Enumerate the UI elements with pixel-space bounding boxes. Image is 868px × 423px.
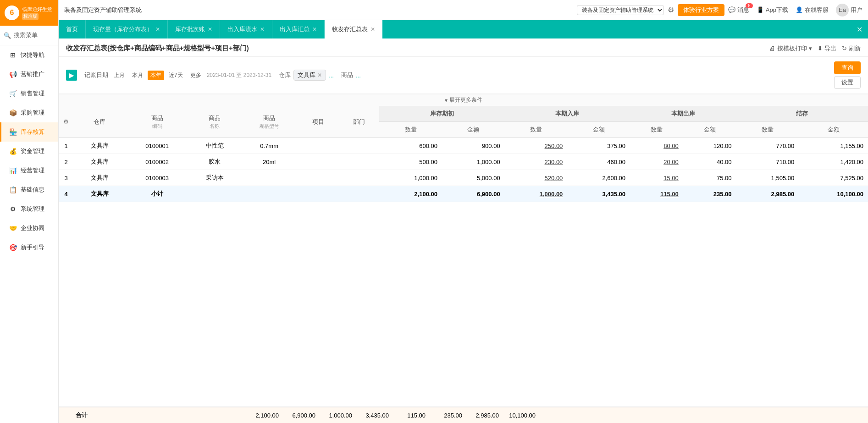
row-in-qty[interactable]: 250.00 xyxy=(505,138,568,154)
tab-bar-close-icon[interactable]: ✕ xyxy=(851,25,868,34)
row-in-amt: 375.00 xyxy=(567,138,630,154)
tab-in-out-summary[interactable]: 出入库汇总 ✕ xyxy=(272,20,325,38)
total-out-amt: 235.00 xyxy=(430,412,467,419)
date-this-year[interactable]: 本年 xyxy=(148,71,164,80)
row-in-qty[interactable]: 230.00 xyxy=(505,154,568,170)
row-code: 0100001 xyxy=(126,138,188,154)
subtotal-out-amt: 235.00 xyxy=(683,186,736,202)
export-label: 导出 xyxy=(824,44,836,53)
export-button[interactable]: ⬇ 导出 xyxy=(818,44,836,53)
sidebar-nav: ⊞ 快捷导航 📢 营销推广 🛒 销售管理 📦 采购管理 🏪 库存核算 💰 资金管… xyxy=(0,45,58,423)
tab-close-icon[interactable]: ✕ xyxy=(260,27,265,32)
row-out-amt: 75.00 xyxy=(683,170,736,186)
date-more[interactable]: 更多 xyxy=(188,71,204,80)
sidebar-item-label: 销售管理 xyxy=(21,89,44,98)
sidebar-item-purchase[interactable]: 📦 采购管理 xyxy=(0,103,58,122)
sidebar-item-guide[interactable]: 🎯 新手引导 xyxy=(0,238,58,257)
tab-close-icon[interactable]: ✕ xyxy=(312,27,317,32)
expand-more-conditions[interactable]: ▾ 展开更多条件 xyxy=(59,94,868,106)
user-button[interactable]: Ea 用户 xyxy=(836,4,862,16)
date-this-month[interactable]: 本月 xyxy=(129,71,146,80)
total-close-amt: 10,100.00 xyxy=(503,412,540,419)
data-table-wrapper: ⚙ 仓库 商品编码 商品名称 商品规格型号 项目 部门 库存期初 本期入库 本期… xyxy=(59,106,868,407)
tab-stock-dist[interactable]: 现存量（库存分布表） ✕ xyxy=(86,20,168,38)
total-open-amt: 6,900.00 xyxy=(283,412,320,419)
tab-receive-summary[interactable]: 收发存汇总表 ✕ xyxy=(325,20,382,38)
messages-button[interactable]: 💬 消息 6 xyxy=(728,6,749,14)
goods-more-button[interactable]: ... xyxy=(356,72,361,79)
tab-label: 出入库汇总 xyxy=(280,25,310,33)
settings-icon[interactable]: ⚙ xyxy=(668,5,674,14)
col-open-qty: 数量 xyxy=(379,122,442,138)
page-title-bar: 收发存汇总表(按仓库+商品编码+商品+规格型号+项目+部门) 🖨 按模板打印 ▾… xyxy=(59,38,868,57)
print-icon: 🖨 xyxy=(769,45,775,52)
basic-info-icon: 📋 xyxy=(9,186,17,193)
row-close-qty: 710.00 xyxy=(736,154,799,170)
warehouse-tag-close[interactable]: ✕ xyxy=(317,72,322,78)
tab-close-icon[interactable]: ✕ xyxy=(155,27,160,32)
subtotal-close-qty: 2,985.00 xyxy=(736,186,799,202)
filter-settings-button[interactable]: 设置 xyxy=(834,76,861,89)
filter-expand-button[interactable]: ▶ xyxy=(66,70,77,81)
sidebar-item-marketing[interactable]: 📢 营销推广 xyxy=(0,65,58,84)
sidebar-item-system[interactable]: ⚙ 系统管理 xyxy=(0,199,58,219)
print-button[interactable]: 🖨 按模板打印 ▾ xyxy=(769,44,812,53)
row-out-qty[interactable]: 80.00 xyxy=(630,138,683,154)
row-code: 0100002 xyxy=(126,154,188,170)
date-prev-month[interactable]: 上月 xyxy=(111,71,127,80)
tab-close-icon[interactable]: ✕ xyxy=(370,27,375,32)
sidebar-item-basic-info[interactable]: 📋 基础信息 xyxy=(0,180,58,199)
system-icon: ⚙ xyxy=(9,205,17,213)
tab-batch-ledger[interactable]: 库存批次账 ✕ xyxy=(168,20,220,38)
query-button[interactable]: 查询 xyxy=(834,61,861,74)
trial-button[interactable]: 体验行业方案 xyxy=(678,4,724,16)
tab-in-out-flow[interactable]: 出入库流水 ✕ xyxy=(220,20,272,38)
row-open-qty: 1,000.00 xyxy=(379,170,442,186)
sidebar-item-label: 采购管理 xyxy=(21,109,44,117)
row-close-qty: 770.00 xyxy=(736,138,799,154)
col-settings[interactable]: ⚙ xyxy=(59,106,73,138)
marketing-icon: 📢 xyxy=(9,71,17,78)
total-open-qty: 2,100.00 xyxy=(247,412,283,419)
col-group-opening: 库存期初 xyxy=(379,106,504,122)
warehouse-more-button[interactable]: ... xyxy=(329,72,334,79)
page-actions: 🖨 按模板打印 ▾ ⬇ 导出 ↻ 刷新 xyxy=(769,44,861,53)
row-name: 采访本 xyxy=(188,170,241,186)
search-menu-button[interactable]: 🔍 搜索菜单 xyxy=(4,29,55,41)
user-abbr: Ea xyxy=(839,6,846,13)
user-label: 用户 xyxy=(851,6,862,14)
sidebar-item-inventory[interactable]: 🏪 库存核算 xyxy=(0,122,58,142)
sidebar-item-sales[interactable]: 🛒 销售管理 xyxy=(0,84,58,103)
subtotal-out-qty: 115.00 xyxy=(630,186,683,202)
col-warehouse: 仓库 xyxy=(73,106,126,138)
page-inner: 收发存汇总表(按仓库+商品编码+商品+规格型号+项目+部门) 🖨 按模板打印 ▾… xyxy=(59,38,868,423)
tab-label: 首页 xyxy=(66,25,78,33)
sidebar-item-enterprise[interactable]: 🤝 企业协同 xyxy=(0,219,58,238)
row-warehouse: 文具库 xyxy=(73,170,126,186)
row-name: 中性笔 xyxy=(188,138,241,154)
date-7days[interactable]: 近7天 xyxy=(166,71,186,80)
app-download-button[interactable]: 📱 App下载 xyxy=(757,6,788,14)
row-in-qty[interactable]: 520.00 xyxy=(505,170,568,186)
avatar: Ea xyxy=(836,4,849,16)
row-close-amt: 1,420.00 xyxy=(799,154,868,170)
row-out-qty[interactable]: 20.00 xyxy=(630,154,683,170)
sidebar-item-label: 基础信息 xyxy=(21,186,44,194)
row-in-amt: 2,600.00 xyxy=(567,170,630,186)
system-selector[interactable]: 装备及固定资产辅助管理系统 xyxy=(577,5,664,15)
warehouse-filter-label: 仓库 xyxy=(279,71,291,79)
sidebar-item-finance[interactable]: 💰 资金管理 xyxy=(0,142,58,161)
tab-home[interactable]: 首页 xyxy=(59,20,86,38)
sidebar-item-operations[interactable]: 📊 经营管理 xyxy=(0,161,58,180)
messages-badge: 6 xyxy=(746,3,753,8)
online-service-button[interactable]: 👤 在线客服 xyxy=(796,6,829,14)
row-out-qty[interactable]: 15.00 xyxy=(630,170,683,186)
row-in-amt: 460.00 xyxy=(567,154,630,170)
col-group-in: 本期入库 xyxy=(505,106,630,122)
row-spec: 0.7mm xyxy=(241,138,298,154)
tab-close-icon[interactable]: ✕ xyxy=(208,27,212,32)
totals-label: 合计 xyxy=(63,411,100,419)
row-name: 胶水 xyxy=(188,154,241,170)
sidebar-item-quick-nav[interactable]: ⊞ 快捷导航 xyxy=(0,45,58,65)
refresh-button[interactable]: ↻ 刷新 xyxy=(842,44,861,53)
